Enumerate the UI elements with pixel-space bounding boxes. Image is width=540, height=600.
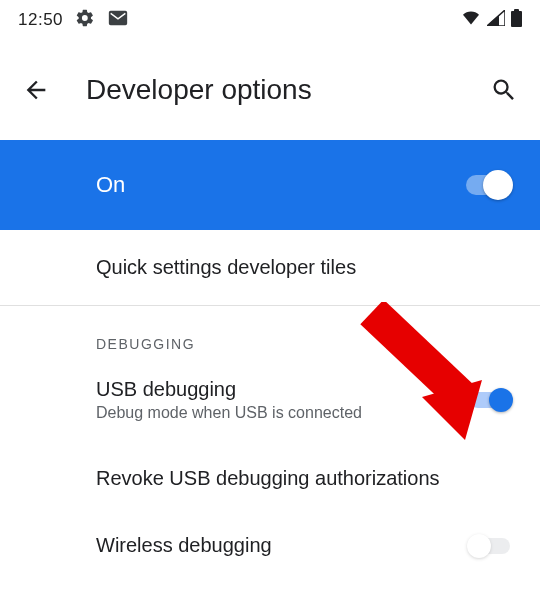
wifi-icon xyxy=(461,10,481,30)
quick-settings-developer-tiles-label: Quick settings developer tiles xyxy=(96,256,510,279)
status-right xyxy=(461,9,522,31)
master-toggle-label: On xyxy=(96,172,125,198)
master-toggle-switch[interactable] xyxy=(466,175,510,195)
svg-rect-1 xyxy=(511,11,522,27)
status-left: 12:50 xyxy=(18,7,129,33)
revoke-usb-debugging-auth-label: Revoke USB debugging authorizations xyxy=(96,467,510,490)
quick-settings-developer-tiles-row[interactable]: Quick settings developer tiles xyxy=(0,230,540,306)
revoke-usb-debugging-auth-row[interactable]: Revoke USB debugging authorizations xyxy=(0,440,540,516)
page-title: Developer options xyxy=(86,74,454,106)
developer-options-master-toggle-row[interactable]: On xyxy=(0,140,540,230)
signal-icon xyxy=(487,10,505,30)
wireless-debugging-title: Wireless debugging xyxy=(96,534,456,557)
wireless-debugging-toggle[interactable] xyxy=(470,538,510,554)
usb-debugging-subtitle: Debug mode when USB is connected xyxy=(96,404,456,422)
search-button[interactable] xyxy=(490,76,518,104)
svg-rect-0 xyxy=(110,12,127,25)
wireless-debugging-row[interactable]: Wireless debugging xyxy=(0,516,540,557)
battery-icon xyxy=(511,9,522,31)
svg-rect-2 xyxy=(514,9,519,12)
status-time: 12:50 xyxy=(18,10,63,30)
app-header: Developer options xyxy=(0,40,540,140)
usb-debugging-row[interactable]: USB debugging Debug mode when USB is con… xyxy=(0,360,540,440)
debugging-section-header: DEBUGGING xyxy=(0,306,540,360)
usb-debugging-toggle[interactable] xyxy=(470,392,510,408)
mail-icon xyxy=(107,7,129,33)
gear-icon xyxy=(75,8,95,32)
usb-debugging-title: USB debugging xyxy=(96,378,456,401)
status-bar: 12:50 xyxy=(0,0,540,40)
back-button[interactable] xyxy=(22,76,50,104)
